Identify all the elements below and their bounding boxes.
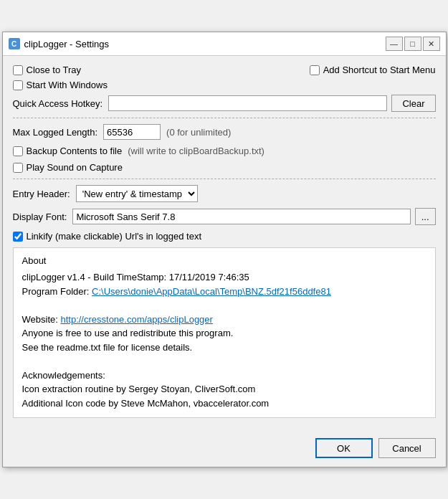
max-logged-row: Max Logged Length: (0 for unlimited) xyxy=(13,124,436,140)
entry-header-select[interactable]: 'New entry' & timestamp Timestamp only N… xyxy=(76,185,198,202)
cancel-button[interactable]: Cancel xyxy=(378,438,436,458)
add-shortcut-checkbox-label[interactable]: Add Shortcut to Start Menu xyxy=(310,65,436,75)
about-line2: Program Folder: C:\Users\donie\AppData\L… xyxy=(22,285,426,299)
play-sound-label: Play Sound on Capture xyxy=(27,162,123,173)
start-with-windows-checkbox[interactable] xyxy=(13,80,23,90)
about-ack2: Additional Icon code by Steve McMahon, v… xyxy=(22,396,426,411)
backup-hint: (will write to clipBoardBackup.txt) xyxy=(128,146,264,156)
close-to-tray-label: Close to Tray xyxy=(27,65,82,75)
start-with-windows-checkbox-label[interactable]: Start With Windows xyxy=(13,80,108,90)
add-shortcut-checkbox[interactable] xyxy=(310,65,320,75)
title-bar: C clipLogger - Settings — □ ✕ xyxy=(3,32,446,56)
title-bar-left: C clipLogger - Settings xyxy=(9,38,110,49)
max-logged-hint: (0 for unlimited) xyxy=(166,127,231,138)
top-checkboxes-row: Close to Tray Start With Windows Add Sho… xyxy=(13,65,436,90)
settings-window: C clipLogger - Settings — □ ✕ Close to T… xyxy=(2,32,447,467)
about-line5: See the readme.txt file for license deta… xyxy=(22,341,426,355)
about-line4: Anyone is free to use and redistribute t… xyxy=(22,326,426,341)
divider-2 xyxy=(13,179,436,179)
about-line1: clipLogger v1.4 - Build TimeStamp: 17/11… xyxy=(22,270,426,285)
entry-header-label: Entry Header: xyxy=(13,189,70,199)
linkify-row: Linkify (make clickable) Url's in logged… xyxy=(13,231,436,242)
font-browse-button[interactable]: ... xyxy=(415,208,436,225)
add-shortcut-label: Add Shortcut to Start Menu xyxy=(323,65,436,75)
close-button[interactable]: ✕ xyxy=(423,37,440,51)
play-sound-row: Play Sound on Capture xyxy=(13,162,436,173)
play-sound-checkbox[interactable] xyxy=(13,163,23,173)
left-checkboxes: Close to Tray Start With Windows xyxy=(13,65,108,90)
entry-header-row: Entry Header: 'New entry' & timestamp Ti… xyxy=(13,185,436,202)
maximize-button[interactable]: □ xyxy=(404,37,421,51)
about-section: About clipLogger v1.4 - Build TimeStamp:… xyxy=(13,247,436,418)
about-line2-prefix: Program Folder: xyxy=(22,286,92,297)
close-to-tray-checkbox-label[interactable]: Close to Tray xyxy=(13,65,108,75)
display-font-label: Display Font: xyxy=(13,212,67,222)
divider-1 xyxy=(13,118,436,118)
linkify-checkbox-label[interactable]: Linkify (make clickable) Url's in logged… xyxy=(13,231,202,242)
linkify-label: Linkify (make clickable) Url's in logged… xyxy=(27,231,202,242)
linkify-checkbox[interactable] xyxy=(13,232,23,242)
backup-label: Backup Contents to file xyxy=(27,146,123,156)
backup-checkbox[interactable] xyxy=(13,146,23,156)
about-website-prefix: Website: xyxy=(22,314,61,325)
display-font-row: Display Font: ... xyxy=(13,208,436,225)
hotkey-input[interactable] xyxy=(108,95,387,111)
button-bar: OK Cancel xyxy=(3,432,446,467)
window-title: clipLogger - Settings xyxy=(24,39,110,49)
right-checkboxes: Add Shortcut to Start Menu xyxy=(310,65,436,75)
about-text: clipLogger v1.4 - Build TimeStamp: 17/11… xyxy=(22,270,426,410)
start-with-windows-label: Start With Windows xyxy=(27,80,108,90)
about-program-folder-link[interactable]: C:\Users\donie\AppData\Local\Temp\BNZ.5d… xyxy=(92,286,331,297)
hotkey-label: Quick Access Hotkey: xyxy=(13,98,103,109)
about-title: About xyxy=(22,255,426,266)
app-icon: C xyxy=(9,38,20,49)
max-logged-input[interactable] xyxy=(103,124,161,140)
about-website-link[interactable]: http://cresstone.com/apps/clipLogger xyxy=(60,314,212,325)
play-sound-checkbox-label[interactable]: Play Sound on Capture xyxy=(13,162,123,173)
about-website-line: Website: http://cresstone.com/apps/clipL… xyxy=(22,313,426,327)
display-font-input[interactable] xyxy=(72,209,410,224)
backup-checkbox-label[interactable]: Backup Contents to file xyxy=(13,146,123,156)
minimize-button[interactable]: — xyxy=(386,37,403,51)
window-controls: — □ ✕ xyxy=(386,37,440,51)
clear-button[interactable]: Clear xyxy=(391,95,435,112)
about-ack-title: Acknowledgements: xyxy=(22,369,426,383)
settings-content: Close to Tray Start With Windows Add Sho… xyxy=(3,56,446,432)
about-ack1: Icon extraction routine by Sergey Stoyan… xyxy=(22,382,426,396)
backup-row: Backup Contents to file (will write to c… xyxy=(13,146,436,156)
max-logged-label: Max Logged Length: xyxy=(13,127,98,138)
hotkey-row: Quick Access Hotkey: Clear xyxy=(13,95,436,112)
ok-button[interactable]: OK xyxy=(315,438,373,458)
close-to-tray-checkbox[interactable] xyxy=(13,65,23,75)
